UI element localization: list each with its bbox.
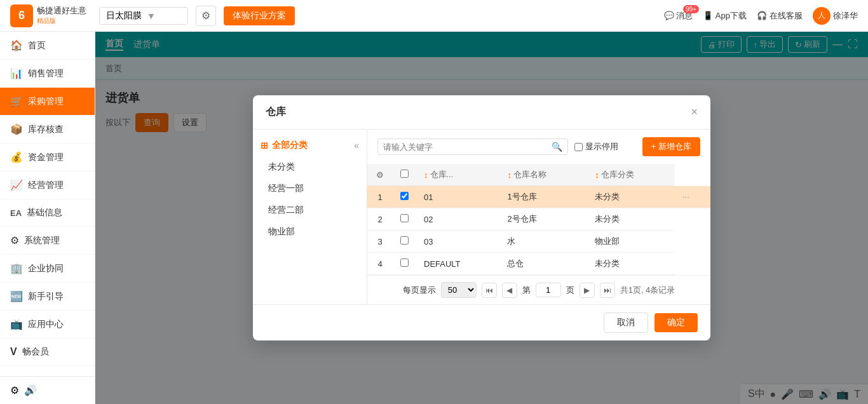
- sidebar-item-operation[interactable]: 📈 经营管理: [0, 172, 95, 199]
- page-size-label: 每页显示: [403, 285, 436, 296]
- row-category: 物业部: [587, 231, 675, 253]
- guide-icon: 🆕: [10, 290, 23, 302]
- sidebar-item-basic[interactable]: EA 基础信息: [0, 199, 95, 227]
- row-category: 未分类: [587, 253, 675, 275]
- total-records: 共1页, 4条记录: [620, 285, 675, 296]
- sidebar-item-finance[interactable]: 💰 资金管理: [0, 144, 95, 172]
- page-number-input[interactable]: [536, 283, 561, 297]
- stock-icon: 📦: [10, 123, 23, 135]
- user-menu[interactable]: 人 徐泽华: [813, 7, 858, 25]
- modal-close-button[interactable]: ×: [691, 105, 698, 119]
- cancel-button[interactable]: 取消: [604, 313, 648, 333]
- table-row[interactable]: 4 DEFAULT 总仓 未分类: [367, 253, 710, 275]
- category-item-uncategorized[interactable]: 未分类: [253, 156, 367, 178]
- table-row[interactable]: 2 02 2号仓库 未分类: [367, 208, 710, 231]
- row-code: 03: [416, 231, 499, 253]
- row-code: DEFAULT: [416, 253, 499, 275]
- sidebar-item-sales[interactable]: 📊 销售管理: [0, 60, 95, 88]
- operation-icon: 📈: [10, 179, 23, 191]
- more-icon[interactable]: ···: [682, 192, 689, 201]
- category-item-3[interactable]: 物业部: [253, 221, 367, 243]
- home-icon: 🏠: [10, 39, 23, 51]
- sidebar-item-vip[interactable]: V 畅会员: [0, 339, 95, 366]
- collapse-button[interactable]: «: [354, 140, 359, 151]
- row-name: 水: [499, 231, 587, 253]
- row-checkbox[interactable]: [393, 208, 416, 231]
- store-selector[interactable]: 日太阳膜 ▼: [99, 7, 188, 25]
- brand-logo: 6 畅捷通好生意 精品版: [10, 4, 99, 27]
- col-checkbox: [393, 164, 416, 186]
- online-service-button[interactable]: 🎧 在线客服: [757, 10, 803, 22]
- row-category: 未分类: [587, 208, 675, 231]
- speaker-icon[interactable]: 🔊: [24, 384, 37, 396]
- first-page-button[interactable]: ⏮: [482, 283, 497, 298]
- row-index: 1: [367, 186, 393, 208]
- gear-icon: ⚙: [201, 10, 210, 22]
- brand-icon: 6: [10, 4, 33, 27]
- settings-button[interactable]: ⚙: [196, 6, 216, 26]
- sidebar-item-stock[interactable]: 📦 库存核查: [0, 116, 95, 144]
- row-category: 未分类: [587, 186, 675, 208]
- category-header: ⊞ 全部分类 «: [253, 135, 367, 156]
- row-checkbox[interactable]: [393, 253, 416, 275]
- table-row[interactable]: 1 01 1号仓库 未分类 ···: [367, 186, 710, 208]
- sidebar-item-home[interactable]: 🏠 首页: [0, 32, 95, 60]
- sidebar-label-finance: 资金管理: [28, 152, 64, 163]
- modal-title: 仓库: [266, 105, 286, 119]
- row-code: 02: [416, 208, 499, 231]
- add-warehouse-button[interactable]: + 新增仓库: [642, 137, 700, 156]
- brand-text: 畅捷通好生意 精品版: [37, 6, 86, 25]
- apps-icon: 📺: [10, 318, 23, 330]
- category-item-1[interactable]: 经营一部: [253, 178, 367, 199]
- col-settings: ⚙: [367, 164, 393, 186]
- system-icon: ⚙: [10, 234, 19, 246]
- all-categories-button[interactable]: ⊞ 全部分类: [261, 140, 308, 151]
- col-category-header[interactable]: ↕ 仓库分类: [587, 164, 675, 186]
- col-name-header[interactable]: ↕ 仓库名称: [499, 164, 587, 186]
- settings-footer-icon[interactable]: ⚙: [10, 384, 19, 396]
- content-area: 首页 进货单 🖨 打印 ↑ 导出 ↻ 刷新 — ⛶ 首页: [95, 32, 868, 404]
- sidebar-label-purchase: 采购管理: [28, 96, 64, 107]
- modal-body: ⊞ 全部分类 « 未分类 经营一部 经营二部 物业部: [253, 130, 710, 304]
- sidebar-label-sales: 销售管理: [28, 68, 64, 79]
- search-icon[interactable]: 🔍: [552, 142, 562, 152]
- next-page-button[interactable]: ▶: [580, 283, 595, 298]
- sidebar-label-enterprise: 企业协同: [28, 263, 64, 274]
- category-panel: ⊞ 全部分类 « 未分类 经营一部 经营二部 物业部: [253, 130, 367, 304]
- notification-count: 99+: [683, 5, 699, 13]
- app-download-button[interactable]: 📱 App下载: [703, 10, 747, 22]
- header-center: 日太阳膜 ▼ ⚙ 体验行业方案: [99, 6, 664, 26]
- top-header: 6 畅捷通好生意 精品版 日太阳膜 ▼ ⚙ 体验行业方案 💬 消息 99+ 📱 …: [0, 0, 868, 32]
- col-code-header[interactable]: ↕ 仓库...: [416, 164, 499, 186]
- category-item-2[interactable]: 经营二部: [253, 199, 367, 221]
- table-row[interactable]: 3 03 水 物业部: [367, 231, 710, 253]
- avatar: 人: [813, 7, 831, 25]
- show-disabled-checkbox[interactable]: [574, 143, 583, 151]
- main-layout: 🏠 首页 📊 销售管理 🛒 采购管理 📦 库存核查 💰 资金管理 📈 经营管理 …: [0, 32, 868, 404]
- table-panel: 🔍 显示停用 + 新增仓库: [367, 130, 710, 304]
- table-toolbar: 🔍 显示停用 + 新增仓库: [367, 130, 710, 164]
- last-page-button[interactable]: ⏭: [600, 283, 615, 298]
- sidebar-item-enterprise[interactable]: 🏢 企业协同: [0, 255, 95, 283]
- confirm-button[interactable]: 确定: [654, 313, 698, 332]
- phone-icon: 📱: [703, 11, 713, 20]
- row-checkbox[interactable]: [393, 231, 416, 253]
- sidebar-item-guide[interactable]: 🆕 新手引导: [0, 283, 95, 311]
- sidebar-item-system[interactable]: ⚙ 系统管理: [0, 227, 95, 255]
- row-checkbox[interactable]: [393, 186, 416, 208]
- store-name: 日太阳膜: [106, 10, 142, 22]
- page-size-select[interactable]: 50 20 100: [441, 282, 477, 298]
- trial-button[interactable]: 体验行业方案: [224, 6, 295, 25]
- sidebar-item-purchase[interactable]: 🛒 采购管理: [0, 88, 95, 116]
- vip-icon: V: [10, 346, 17, 358]
- search-input[interactable]: [383, 142, 548, 152]
- row-actions[interactable]: ···: [675, 186, 710, 208]
- prev-page-button[interactable]: ◀: [502, 283, 517, 298]
- select-all-checkbox[interactable]: [400, 170, 409, 178]
- pagination: 每页显示 50 20 100 ⏮ ◀ 第 页 ▶: [367, 275, 710, 304]
- sidebar-item-apps[interactable]: 📺 应用中心: [0, 311, 95, 339]
- headset-icon: 🎧: [757, 11, 767, 20]
- row-name: 1号仓库: [499, 186, 587, 208]
- table-body: 1 01 1号仓库 未分类 ··· 2 02 2号仓库 未分类 3 03 水 物…: [367, 186, 710, 275]
- notification-button[interactable]: 💬 消息 99+: [664, 10, 693, 22]
